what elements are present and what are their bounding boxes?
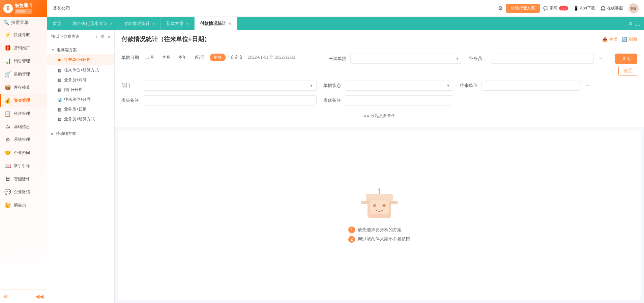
mobile-group-arrow: ▶ <box>51 132 54 135</box>
inventory-icon: 📦 <box>4 84 11 91</box>
user-avatar[interactable]: Rit <box>628 3 639 13</box>
date-this-month-btn[interactable]: 本月 <box>159 54 173 61</box>
sidebar-item-purchase[interactable]: 🛒 采购管理 <box>0 68 47 81</box>
page-actions: 📤 导出 🔄 刷新 <box>602 36 637 42</box>
header-settings-icon[interactable]: ⚙ <box>498 5 503 11</box>
schema-item-partner-settle[interactable]: ▦ 往来单位+结算方式 <box>47 65 114 75</box>
filter-body-remark-item: 表体备注 <box>323 95 453 105</box>
tab-new-plan-close[interactable]: ✕ <box>186 22 189 26</box>
dept-select[interactable]: ▼ <box>143 81 317 91</box>
header-remark-input[interactable] <box>143 95 317 105</box>
date-more-btn[interactable]: 更多 <box>210 54 226 61</box>
date-last-month-btn[interactable]: 上月 <box>143 54 157 61</box>
footer-collapse-icon[interactable]: ◀◀ <box>35 293 43 300</box>
sidebar-item-marketing[interactable]: 🎁 营销推广 <box>0 41 47 55</box>
sidebar-nav: ⚡ 快捷导航 🎁 营销推广 📊 销售管理 🛒 采购管理 📦 库存核算 💰 资金管… <box>0 28 47 290</box>
sidebar-item-sales[interactable]: 📊 销售管理 <box>0 55 47 68</box>
filter-source-item: 来源单据 ▼ <box>329 54 463 64</box>
tab-bank-flow[interactable]: 现金银行流水查询 ✕ <box>67 17 118 30</box>
schema-item-staff-date[interactable]: ▦ 业务员+日期 <box>47 104 114 114</box>
add-schema-btn[interactable]: + <box>95 34 98 39</box>
schema-settings-btn[interactable]: ⚙ <box>100 34 105 39</box>
sidebar-label-guide: 新手引导 <box>14 163 30 169</box>
message-badge: 99+ <box>559 6 568 10</box>
refresh-btn[interactable]: 🔄 刷新 <box>622 36 637 42</box>
sidebar-item-operation[interactable]: 📋 经营管理 <box>0 107 47 120</box>
smart-hw-icon: 🖥 <box>4 176 11 182</box>
sidebar-item-wechat[interactable]: 💬 企业微信 <box>0 185 47 199</box>
schema-item-partner-account[interactable]: 📊 往来单位+账号 <box>47 95 114 104</box>
staff-ellipsis-btn[interactable]: ··· <box>598 56 603 62</box>
sidebar-label-system: 系统管理 <box>14 137 30 143</box>
sidebar-item-inventory[interactable]: 📦 库存核算 <box>0 81 47 94</box>
staff-settle-icon: ▦ <box>57 117 62 122</box>
partner-select[interactable] <box>481 81 581 91</box>
sidebar-label-marketing: 营销推广 <box>14 45 30 51</box>
sidebar-label-sales: 销售管理 <box>14 58 30 64</box>
staff-label: 业务员 <box>469 56 488 62</box>
desktop-group-label: 电脑端方案 <box>57 47 77 53</box>
tab-new-plan[interactable]: 新建方案 ✕ <box>161 17 195 30</box>
collapse-arrow-icon: ∧∧ <box>363 114 370 118</box>
logo-badge: 标准版 <box>15 9 32 14</box>
tab-pay-stat[interactable]: 付款情况统计 ✕ <box>195 17 237 30</box>
sidebar-item-quick-nav[interactable]: ⚡ 快捷导航 <box>0 28 47 41</box>
message-btn[interactable]: 💬 消息 99+ <box>543 5 568 11</box>
partner-ellipsis-btn[interactable]: ··· <box>586 83 590 89</box>
tab-expand-icon[interactable]: ⛶ <box>635 21 641 27</box>
staff-select[interactable] <box>491 54 593 64</box>
sidebar-search[interactable]: 🔍 搜索菜单 <box>0 17 47 28</box>
body-remark-input[interactable] <box>345 95 453 105</box>
query-btn[interactable]: 查询 <box>615 54 637 64</box>
collapse-conditions-btn[interactable]: ∧∧ 收起更多条件 <box>121 110 637 121</box>
sidebar-item-member[interactable]: 👑 畅会员 <box>0 199 47 212</box>
try-industry-btn[interactable]: 体验行业方案 <box>506 4 540 13</box>
body-remark-label: 表体备注 <box>323 97 342 103</box>
tab-bank-flow-close[interactable]: ✕ <box>110 22 113 26</box>
sidebar-label-enterprise: 企业协同 <box>14 150 30 156</box>
staff-account-icon: ▦ <box>57 78 62 83</box>
sidebar: 6 畅捷通巧 标准版 🔍 搜索菜单 ⚡ 快捷导航 🎁 营销推广 📊 销售管理 🛒… <box>0 0 47 303</box>
main-area: 某某公司 ⚙ 体验行业方案 💬 消息 99+ 📱 App下载 🎧 在线客服 Ri… <box>47 0 644 303</box>
sidebar-item-capital[interactable]: 💰 资金管理 <box>0 94 47 107</box>
schema-group-mobile-title[interactable]: ▶ 移动端方案 <box>47 129 114 138</box>
quick-nav-icon: ⚡ <box>4 32 11 38</box>
phone-icon: 📱 <box>574 6 579 11</box>
tab-receipt-stat[interactable]: 收款情况统计 ✕ <box>118 17 161 30</box>
dept-arrow: ▼ <box>310 83 314 88</box>
tab-new-plan-label: 新建方案 <box>166 21 184 27</box>
schema-item-dept-date[interactable]: ▦ 部门+日期 <box>47 85 114 95</box>
doc-status-select[interactable]: ▼ <box>345 81 453 91</box>
online-service-btn[interactable]: 🎧 在线客服 <box>601 5 623 11</box>
panel-collapse-btn[interactable]: « <box>108 34 110 39</box>
sidebar-item-base-info[interactable]: 🗂 基础信息 <box>0 120 47 133</box>
left-panel-title: 按以下方案查询 <box>51 34 92 39</box>
sidebar-item-smart-hw[interactable]: 🖥 智能硬件 <box>0 173 47 185</box>
filter-settings-btn[interactable]: 设置 <box>618 66 637 76</box>
tab-receipt-stat-close[interactable]: ✕ <box>152 22 155 26</box>
date-last7-btn[interactable]: 近7天 <box>192 54 208 61</box>
schema-item-staff-account[interactable]: ▦ 业务员+账号 <box>47 75 114 85</box>
source-doc-label: 来源单据 <box>329 56 348 62</box>
schema-item-partner-date[interactable]: ● 往来单位+日期 <box>47 54 114 65</box>
app-download-btn[interactable]: 📱 App下载 <box>574 5 595 11</box>
svg-point-5 <box>374 205 375 206</box>
source-doc-select[interactable]: ▼ <box>350 54 463 64</box>
schema-item-staff-settle[interactable]: ▦ 业务员+结算方式 <box>47 114 114 124</box>
capital-icon: 💰 <box>4 97 11 104</box>
tabs-actions: ✕ ⛶ <box>625 17 644 30</box>
footer-settings-icon[interactable]: ⚙ <box>3 293 8 300</box>
schema-group-desktop: ▼ 电脑端方案 ● 往来单位+日期 ▦ 往来单位+结算方式 ▦ 业务员+账号 ▦ <box>47 43 114 127</box>
sidebar-item-guide[interactable]: 📖 新手引导 <box>0 159 47 173</box>
schema-group-desktop-title[interactable]: ▼ 电脑端方案 <box>47 46 114 54</box>
tab-home[interactable]: 首页 <box>47 17 67 30</box>
sidebar-item-enterprise[interactable]: 🤝 企业协同 <box>0 146 47 159</box>
sidebar-item-system[interactable]: ⚙ 系统管理 <box>0 133 47 146</box>
date-custom-btn[interactable]: 自定义 <box>228 54 246 61</box>
export-btn[interactable]: 📤 导出 <box>602 36 618 42</box>
export-icon: 📤 <box>602 37 608 42</box>
date-this-year-btn[interactable]: 本年 <box>175 54 189 61</box>
sidebar-label-quick-nav: 快捷导航 <box>14 32 30 38</box>
tab-close-all-icon[interactable]: ✕ <box>628 21 633 27</box>
tab-pay-stat-close[interactable]: ✕ <box>228 22 231 26</box>
